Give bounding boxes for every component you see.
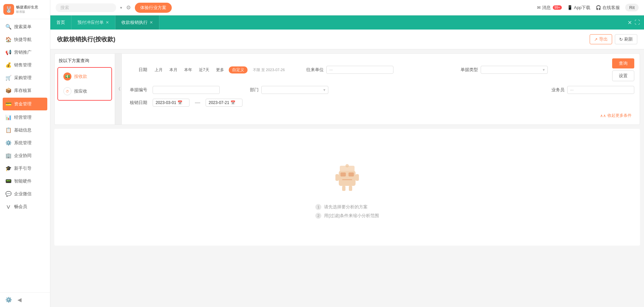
enterprise-icon: 🏢 xyxy=(5,153,11,159)
sidebar-item-finance[interactable]: 💳 资金管理 xyxy=(3,98,47,110)
verify-date-start[interactable]: 2023-03-01 📅 xyxy=(153,99,190,107)
collapse-chevron-icon: ∧∧ xyxy=(600,113,606,118)
sidebar-item-marketing[interactable]: 📢 营销推广 xyxy=(0,46,50,59)
search-icon: 🔍 xyxy=(5,24,11,30)
filter-options-highlight: 💵 按收款 ⏱ 按应收 xyxy=(57,67,112,101)
filter-option-receivable-label: 按应收 xyxy=(74,88,87,94)
logo-badge: 标准版 xyxy=(16,10,38,14)
dept-field-group: 部门 ▾ xyxy=(238,86,328,94)
date-btn-this-year[interactable]: 本年 xyxy=(182,66,194,73)
date-btn-7days[interactable]: 近7天 xyxy=(197,66,211,73)
tip-num-1: 1 xyxy=(315,204,321,210)
user-avatar[interactable]: Rit xyxy=(625,4,639,11)
collapse-more-btn[interactable]: ∧∧ 收起更多条件 xyxy=(127,111,634,120)
refresh-button[interactable]: ↻ 刷新 xyxy=(615,34,637,44)
sidebar-item-quick[interactable]: 🏠 快捷导航 xyxy=(0,33,50,46)
sidebar-item-label: 经营管理 xyxy=(14,114,32,120)
search-placeholder: 搜索 xyxy=(60,5,69,10)
date-btn-last-month[interactable]: 上月 xyxy=(153,66,165,73)
verify-date-end[interactable]: 2023-07-21 📅 xyxy=(206,99,243,107)
service-icon: 🎧 xyxy=(596,5,601,10)
filter-action-buttons: 查询 设置 xyxy=(612,58,634,81)
partner-dots-icon: ··· xyxy=(329,67,333,72)
sidebar-item-sales[interactable]: 💰 销售管理 xyxy=(0,59,50,71)
filter-collapse-button[interactable]: 《 xyxy=(115,54,122,124)
sidebar-item-basic[interactable]: 📋 基础信息 xyxy=(0,124,50,137)
sidebar-bottom: ⚙️ ◀ xyxy=(0,292,50,307)
dept-select[interactable]: ▾ xyxy=(261,86,328,94)
date-buttons: 上月 本月 本年 近7天 更多 自定义 xyxy=(153,66,248,73)
sidebar-item-label: 系统管理 xyxy=(14,140,32,146)
sidebar-item-label: 企业协同 xyxy=(14,153,32,159)
tab-maximize-icon[interactable]: ⛶ xyxy=(635,19,640,25)
date-btn-custom[interactable]: 自定义 xyxy=(229,66,248,73)
sidebar-item-hardware[interactable]: 📟 智能硬件 xyxy=(0,175,50,188)
sidebar-item-label: 基础信息 xyxy=(14,127,32,133)
tab-receipts-close-icon[interactable]: ✕ xyxy=(150,20,153,25)
sidebar-item-label: 销售管理 xyxy=(14,62,32,68)
empty-state: 1 请先选择要分析的方案 2 用[过滤]条件来缩小分析范围 xyxy=(54,129,640,246)
sidebar-item-wechat[interactable]: 💬 企业微信 xyxy=(0,188,50,200)
sidebar-item-label: 库存核算 xyxy=(14,88,32,94)
dropdown-chevron-icon[interactable]: ▾ xyxy=(120,5,122,10)
partner-label: 往来单位 xyxy=(304,67,324,73)
tab-receipts[interactable]: 收款核销执行 ✕ xyxy=(115,15,159,30)
tip-text-2: 用[过滤]条件来缩小分析范围 xyxy=(324,213,379,219)
doc-no-input[interactable] xyxy=(153,86,220,94)
gear-icon[interactable]: ⚙ xyxy=(126,4,131,11)
tabbar: 首页 预付冲应付单 ✕ 收款核销执行 ✕ ✕ ⛶ xyxy=(50,15,644,30)
content-area: 收款核销执行(按收款) ↗ 导出 ↻ 刷新 按以下方案查询 💵 xyxy=(50,30,644,307)
calendar-start-icon: 📅 xyxy=(177,100,182,105)
doc-type-field-group: 单据类型 ▾ xyxy=(458,66,548,74)
partner-select[interactable]: ··· xyxy=(326,66,393,74)
sidebar-item-search[interactable]: 🔍 搜索菜单 xyxy=(0,20,50,33)
sidebar-item-inventory[interactable]: 📦 库存核算 xyxy=(0,84,50,97)
app-download-action[interactable]: 📱 App下载 xyxy=(567,5,590,11)
tab-home[interactable]: 首页 xyxy=(50,15,71,30)
tab-prepay[interactable]: 预付冲应付单 ✕ xyxy=(71,15,115,30)
online-service-action[interactable]: 🎧 在线客服 xyxy=(596,5,620,11)
date-label: 日期 xyxy=(127,67,147,73)
wechat-icon: 💬 xyxy=(5,191,11,197)
sidebar-item-guide[interactable]: 🎓 新手引导 xyxy=(0,162,50,175)
doc-type-dropdown-icon: ▾ xyxy=(543,67,545,72)
staff-dots-icon: ··· xyxy=(570,88,574,92)
logo-icon: 🐰 xyxy=(3,4,14,15)
date-btn-this-month[interactable]: 本月 xyxy=(167,66,179,73)
settings-bottom-icon[interactable]: ⚙️ xyxy=(5,297,12,303)
sidebar-item-purchase[interactable]: 🛒 采购管理 xyxy=(0,71,50,84)
tab-close-window-icon[interactable]: ✕ xyxy=(628,19,632,26)
filter-option-by-receipt[interactable]: 💵 按收款 xyxy=(58,69,111,84)
hardware-icon: 📟 xyxy=(5,178,11,184)
sidebar-item-operation[interactable]: 📊 经营管理 xyxy=(0,111,50,124)
empty-tip-2: 2 用[过滤]条件来缩小分析范围 xyxy=(315,213,379,219)
query-button[interactable]: 查询 xyxy=(612,58,634,68)
marketing-icon: 📢 xyxy=(5,49,11,55)
staff-select[interactable]: ··· xyxy=(567,86,634,94)
collapse-arrow-icon: 《 xyxy=(116,86,120,92)
export-label: 导出 xyxy=(599,36,608,42)
collapse-sidebar-icon[interactable]: ◀ xyxy=(17,297,21,303)
empty-illustration xyxy=(327,156,367,196)
filter-option-by-receivable[interactable]: ⏱ 按应收 xyxy=(58,84,111,99)
basic-icon: 📋 xyxy=(5,127,11,133)
sidebar-logo: 🐰 畅捷通好生意 标准版 xyxy=(0,0,50,19)
export-button[interactable]: ↗ 导出 xyxy=(590,34,612,44)
filter-area: 按以下方案查询 💵 按收款 ⏱ 按应收 《 xyxy=(54,53,640,125)
tab-prepay-close-icon[interactable]: ✕ xyxy=(106,20,109,25)
system-icon: ⚙️ xyxy=(5,140,11,146)
sidebar-item-label: 采购管理 xyxy=(14,75,32,81)
industry-btn[interactable]: 体验行业方案 xyxy=(135,3,172,13)
notification-action[interactable]: ✉ 消息 99+ xyxy=(537,5,562,11)
sidebar-item-system[interactable]: ⚙️ 系统管理 xyxy=(0,137,50,149)
sidebar-item-member[interactable]: V 畅会员 xyxy=(0,200,50,213)
doc-type-select[interactable]: ▾ xyxy=(481,66,548,74)
topbar-search[interactable]: 搜索 xyxy=(56,3,116,12)
member-icon: V xyxy=(5,204,11,210)
finance-icon: 💳 xyxy=(5,101,11,107)
date-btn-more[interactable]: 更多 xyxy=(214,66,226,73)
receivable-option-icon: ⏱ xyxy=(63,87,71,95)
settings-button[interactable]: 设置 xyxy=(612,70,634,81)
sidebar-item-enterprise[interactable]: 🏢 企业协同 xyxy=(0,149,50,162)
inventory-icon: 📦 xyxy=(5,88,11,94)
